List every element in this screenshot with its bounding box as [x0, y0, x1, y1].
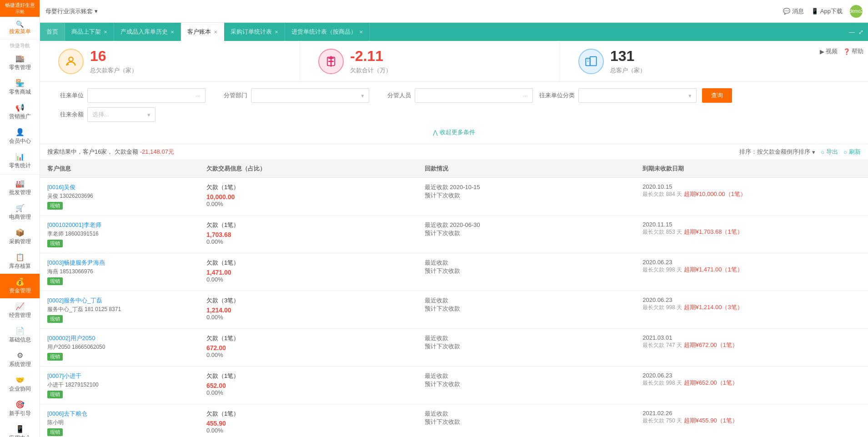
top-bar: 母婴行业演示账套 ▾ 💬 消息 📱 App下载 demo2 [40, 0, 868, 23]
video-button[interactable]: ▶ 视频 [820, 47, 838, 55]
overdue-amount-link[interactable]: 超期¥672.00（1笔） [684, 342, 738, 348]
tab-product-inbound[interactable]: 产成品入库单历史 ✕ [114, 23, 181, 41]
debt-customers-icon [58, 49, 84, 74]
customer-phone: 吴俊 13026203696 [47, 192, 206, 200]
member-icon: 👤 [2, 128, 38, 136]
chevron-down-icon: ▾ [361, 92, 364, 99]
retail-mgmt-icon: 🏬 [2, 54, 38, 63]
company-selector[interactable]: 母婴行业演示账套 ▾ [45, 7, 98, 15]
customer-phone: 陈小明 [47, 419, 206, 427]
help-button[interactable]: ❓ 帮助 [843, 47, 863, 55]
unit-category-select[interactable]: ▾ [578, 88, 697, 103]
ellipsis-icon: ··· [196, 92, 201, 99]
tab-product-offshelf[interactable]: 商品上下架 ✕ [65, 23, 114, 41]
sidebar-item-enterprise-coop[interactable]: 🤝 企业协同 [0, 372, 40, 397]
tab-label: 进货单统计表（按商品） [291, 28, 356, 36]
overdue-amount-link[interactable]: 超期¥10,000.00（1笔） [684, 191, 746, 197]
overdue-amount-link[interactable]: 超期¥1,471.00（1笔） [684, 266, 743, 273]
filter-row-1: 往来单位 ··· 分管部门 ▾ 分管人员 [47, 88, 861, 103]
tab-purchase-order[interactable]: 采购订单统计表 ✕ [224, 23, 285, 41]
sidebar-item-member[interactable]: 👤 会员中心 [0, 124, 40, 149]
customer-name-link[interactable]: [0002]服务中心_丁磊 [47, 296, 206, 305]
query-button[interactable]: 查询 [702, 88, 732, 103]
sidebar-item-purchase[interactable]: 📦 采购管理 [0, 225, 40, 249]
col-header-debt: 欠款交易信息（占比） [206, 165, 425, 173]
debt-info-cell: 欠款（1笔） 1,471.00 0.00% [206, 259, 425, 283]
customer-name-link[interactable]: [0001020001]李老师 [47, 221, 206, 229]
overdue-amount-link[interactable]: 超期¥455.90（1笔） [684, 417, 738, 424]
main-area: 母婴行业演示账套 ▾ 💬 消息 📱 App下载 demo2 [40, 0, 868, 437]
customer-tag: 现销 [47, 202, 63, 210]
customer-phone: 服务中心_丁磊 181 0125 8371 [47, 306, 206, 313]
table-row: [0002]服务中心_丁磊 服务中心_丁磊 181 0125 8371 现销 欠… [40, 291, 868, 329]
purchase-icon: 📦 [2, 228, 38, 237]
unit-category-label: 往来单位分类 [538, 91, 575, 100]
export-button[interactable]: ○ 导出 [821, 148, 838, 156]
fund-mgmt-icon: 💰 [2, 277, 38, 286]
top-bar-right: 💬 消息 📱 App下载 demo2 [783, 5, 863, 18]
search-menu-button[interactable]: 🔍 搜索菜单 [0, 17, 40, 40]
customer-name-link[interactable]: [0007]小进干 [47, 372, 206, 380]
sidebar-item-inventory[interactable]: 📋 库存核算 [0, 249, 40, 274]
sidebar-item-retail-mgmt[interactable]: 🏬 零售管理 [0, 50, 40, 75]
sidebar-item-system-mgmt[interactable]: ⚙ 系统管理 [0, 347, 40, 372]
customer-name-link[interactable]: [0003]畅捷服务尹海燕 [47, 259, 206, 267]
sidebar-item-new-guide[interactable]: 🎯 新手引导 [0, 397, 40, 421]
unit-category-field: 往来单位分类 ▾ [538, 88, 697, 103]
tab-minimize-icon[interactable]: — [849, 29, 855, 35]
customer-phone: 李老师 18600391516 [47, 230, 206, 238]
overdue-amount-link[interactable]: 超期¥652.00（1笔） [684, 379, 738, 386]
tab-label: 商品上下架 [71, 28, 101, 36]
sidebar-item-batch-mgmt[interactable]: 🏭 批发管理 [0, 176, 40, 200]
manager-input[interactable]: ··· [415, 88, 533, 103]
logo-subtitle: 示账 [15, 9, 25, 14]
sidebar-item-basic-info[interactable]: 📄 基础信息 [0, 323, 40, 347]
tab-customer-account[interactable]: 客户账本 ✕ [181, 23, 224, 41]
dept-select[interactable]: ▾ [251, 88, 369, 103]
overdue-amount-link[interactable]: 超期¥1,214.00（3笔） [684, 304, 743, 311]
customer-name-link[interactable]: [0016]吴俊 [47, 183, 206, 191]
collection-cell: 最近收款 2020-10-15 预计下次收款 [425, 183, 643, 200]
collection-cell: 最近收款 预计下次收款 [425, 372, 643, 388]
tabs-actions: — ⤢ [844, 29, 868, 35]
tab-close-icon[interactable]: ✕ [104, 30, 107, 35]
sidebar-item-app-center[interactable]: 📱 应用中心 [0, 421, 40, 437]
avatar[interactable]: demo2 [850, 5, 863, 18]
customer-name-link[interactable]: [000002]用户2050 [47, 334, 206, 342]
debt-amount-icon [318, 49, 344, 74]
stats-bar: 16 总欠款客户（家） -2.11 欠款合计（万） [40, 41, 868, 82]
sidebar-item-operations[interactable]: 📈 经营管理 [0, 298, 40, 323]
collapse-filter-button[interactable]: ⋀ 收起更多条件 [47, 126, 861, 140]
customer-name-link[interactable]: [0006]去下粮仓 [47, 410, 206, 418]
manager-field: 分管人员 ··· [375, 88, 533, 103]
dept-label: 分管部门 [211, 91, 247, 100]
debt-info-cell: 欠款（1笔） 455.90 0.00% [206, 410, 425, 434]
tab-maximize-icon[interactable]: ⤢ [858, 29, 863, 35]
sidebar-item-retail-store[interactable]: 🏪 零售商城 [0, 75, 40, 100]
collection-cell: 最近收款 预计下次收款 [425, 334, 643, 351]
app-download-button[interactable]: 📱 App下载 [811, 7, 843, 15]
message-button[interactable]: 💬 消息 [783, 7, 804, 15]
sidebar-item-marketing[interactable]: 📢 营销推广 [0, 100, 40, 124]
sidebar-item-ecommerce[interactable]: 🛒 电商管理 [0, 200, 40, 225]
sidebar-item-fund-mgmt[interactable]: 💰 资金管理 [0, 274, 40, 298]
system-mgmt-icon: ⚙ [2, 351, 38, 360]
from-unit-input[interactable]: ··· [87, 88, 206, 103]
balance-field: 往来余额 选择... ▾ [47, 107, 156, 122]
tab-close-icon[interactable]: ✕ [214, 30, 217, 35]
tab-inbound-stats[interactable]: 进货单统计表（按商品） ✕ [285, 23, 370, 41]
overdue-amount-link[interactable]: 超期¥1,703.68（1笔） [684, 228, 743, 235]
debt-customers-label: 总欠款客户（家） [90, 66, 137, 75]
tab-home[interactable]: 首页 [40, 23, 65, 41]
sidebar-item-retail-stats[interactable]: 📊 零售统计 [0, 149, 40, 173]
sort-selector[interactable]: 排序：按欠款金额倒序排序 ▾ [739, 148, 815, 156]
tab-close-icon[interactable]: ✕ [275, 30, 278, 35]
refresh-button[interactable]: ○ 刷新 [843, 148, 861, 156]
col-header-customer: 客户信息 [47, 165, 206, 173]
total-customers-label: 总客户（家） [610, 66, 646, 75]
message-icon: 💬 [783, 8, 790, 15]
tab-close-icon[interactable]: ✕ [359, 30, 363, 35]
customer-tag: 现销 [47, 428, 63, 436]
tab-close-icon[interactable]: ✕ [171, 30, 174, 35]
balance-select[interactable]: 选择... ▾ [87, 107, 156, 122]
